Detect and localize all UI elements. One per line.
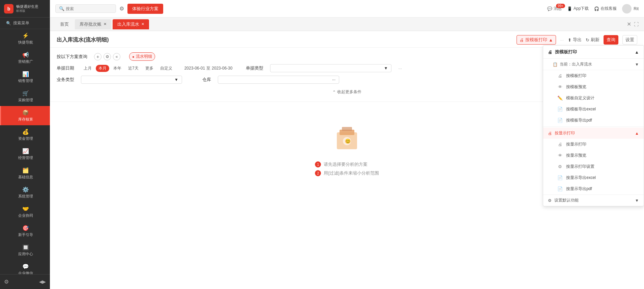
dropdown-item-export-pdf-template[interactable]: 📄 按模板导出pdf <box>543 115 644 126</box>
tab-inout-flow[interactable]: 出入库流水 ✕ <box>113 19 149 29</box>
pdf-icon: 📄 <box>557 186 563 191</box>
topbar-search-box[interactable]: 🔍 <box>55 4 116 13</box>
sidebar-collapse-icon[interactable]: ◀▶ <box>39 279 46 284</box>
search-input[interactable] <box>66 6 110 11</box>
dropdown-divider <box>543 127 644 127</box>
tab-inout-close-icon[interactable]: ✕ <box>141 22 144 26</box>
operations-icon: 📈 <box>22 148 29 154</box>
app-name: 畅捷通好生意 <box>16 4 38 9</box>
edit-icon: ✏️ <box>557 96 563 101</box>
sidebar-item-label: 快捷导航 <box>18 40 33 45</box>
dropdown-item-export-excel-template[interactable]: 📄 按模板导出excel <box>543 104 644 115</box>
topbar-left: 🔍 ⚙ 体验行业方案 <box>55 4 163 14</box>
tabs-expand-icon[interactable]: ⛶ <box>634 22 639 27</box>
biz-type-label: 业务类型 <box>57 77 74 83</box>
dropdown-item-custom-template[interactable]: ✏️ 模板自定义设计 <box>543 93 644 104</box>
settings-button[interactable]: 设置 <box>622 35 637 45</box>
warehouse-select[interactable]: ··· <box>218 76 339 84</box>
chevron-down-icon: ▼ <box>635 198 639 203</box>
chevron-down-icon: ▼ <box>384 66 388 71</box>
preview-icon: 👁 <box>557 153 563 158</box>
sidebar-item-collab[interactable]: 🤝 企业协同 <box>0 202 50 221</box>
avatar <box>622 4 632 14</box>
sidebar-item-quick-nav[interactable]: ⚡ 快捷导航 <box>0 29 50 48</box>
dropdown-section-display[interactable]: 🖨 按显示打印 ▲ <box>543 128 644 139</box>
sidebar-bottom: ⚙ ◀▶ <box>0 274 50 289</box>
svg-text:😊: 😊 <box>345 138 351 144</box>
filter-add-button[interactable]: + <box>94 53 101 60</box>
date-to: 2023-06-30 <box>212 66 232 71</box>
tab-batch-account[interactable]: 库存批次账 ✕ <box>75 19 111 29</box>
dropdown-panel: 🖨 按模板打印 ▲ 📋 当前：出入库流水 ▼ 🖨 按模板打印 👁 按模板预览 <box>543 45 644 206</box>
dropdown-header[interactable]: 🖨 按模板打印 ▲ <box>543 46 644 59</box>
app-name-block: 畅捷通好生意 标准版 <box>16 4 38 13</box>
user-area[interactable]: Rit <box>622 4 639 14</box>
trial-button[interactable]: 体验行业方案 <box>127 4 163 14</box>
topbar-gear-icon[interactable]: ⚙ <box>119 5 124 12</box>
dropdown-item-export-pdf-display[interactable]: 📄 按显示导出pdf <box>543 183 644 194</box>
sidebar-item-label: 经营管理 <box>18 155 33 160</box>
sidebar-item-sales[interactable]: 📊 销售管理 <box>0 68 50 87</box>
sidebar-search[interactable]: 🔍 搜索菜单 <box>0 18 50 29</box>
filter-tag-icon: ● <box>132 55 135 59</box>
sidebar-item-system[interactable]: ⚙️ 系统管理 <box>0 183 50 202</box>
tabs-close-all-icon[interactable]: ✕ <box>627 21 631 27</box>
collapse-button[interactable]: ⌃ 收起更多条件 <box>327 87 367 97</box>
section-display-label: 按显示打印 <box>555 130 575 136</box>
filter-collapse-icon[interactable]: « <box>113 53 120 60</box>
date-opt-last-month[interactable]: 上月 <box>81 65 94 72</box>
tab-batch-close-icon[interactable]: ✕ <box>104 22 107 26</box>
dropdown-footer[interactable]: ⚙ 设置默认功能 ▼ <box>543 194 644 206</box>
sidebar-item-purchase[interactable]: 🛒 采购管理 <box>0 87 50 106</box>
refresh-button[interactable]: ↻ 刷新 <box>586 37 599 43</box>
sidebar-item-label: 库存核算 <box>18 117 33 122</box>
biz-type-select[interactable]: ▼ <box>81 76 182 84</box>
online-service-link[interactable]: 🎧 在线客服 <box>594 6 617 11</box>
app-download-link[interactable]: 📱 App下载 <box>567 6 589 11</box>
date-opt-this-year[interactable]: 本年 <box>111 65 124 72</box>
sidebar: b 畅捷通好生意 标准版 🔍 搜索菜单 ⚡ 快捷导航 📢 营销推广 📊 销售管理… <box>0 0 50 289</box>
excel-icon: 📄 <box>557 107 563 112</box>
tab-home[interactable]: 首页 <box>55 19 74 29</box>
sidebar-item-apps[interactable]: 🔲 应用中心 <box>0 241 50 260</box>
sidebar-item-marketing[interactable]: 📢 营销推广 <box>0 48 50 68</box>
type-field-select[interactable]: ▼ <box>270 64 391 72</box>
sidebar-item-guide[interactable]: 🎯 新手引导 <box>0 221 50 241</box>
dropdown-current[interactable]: 📋 当前：出入库流水 ▼ <box>543 59 644 70</box>
step-2-number: 2 <box>315 170 321 176</box>
date-opt-custom[interactable]: 自定义 <box>157 65 175 72</box>
tab-batch-label: 库存批次账 <box>80 21 101 27</box>
export-button[interactable]: ⬆ 导出 <box>568 37 582 43</box>
sidebar-settings-icon[interactable]: ⚙ <box>4 279 9 285</box>
type-field-more-icon[interactable]: ··· <box>398 66 402 71</box>
actions-divider: ··· <box>560 37 564 43</box>
topbar: 🔍 ⚙ 体验行业方案 💬 消息 99+ 📱 App下载 🎧 在线客服 R <box>50 0 644 18</box>
dropdown-item-export-excel-display[interactable]: 📄 按显示导出excel <box>543 172 644 183</box>
dropdown-item-print-settings-display[interactable]: ⚙ 按显示打印设置 <box>543 161 644 172</box>
date-opt-this-month[interactable]: 本月 <box>96 65 109 72</box>
sidebar-item-wechat[interactable]: 💬 企业微信 <box>0 260 50 274</box>
item-label: 按模板导出pdf <box>566 117 592 123</box>
dropdown-item-print-template[interactable]: 🖨 按模板打印 <box>543 70 644 81</box>
dropdown-item-preview-template[interactable]: 👁 按模板预览 <box>543 81 644 93</box>
item-label: 按显示打印 <box>566 141 586 147</box>
message-badge[interactable]: 💬 消息 99+ <box>547 6 562 11</box>
sidebar-item-inventory[interactable]: 📦 库存核算 <box>0 106 50 125</box>
date-opt-more[interactable]: 更多 <box>143 65 156 72</box>
pdf-icon: 📄 <box>557 118 563 123</box>
filter-tag-detail[interactable]: ● 流水明细 <box>129 52 155 61</box>
date-opt-7days[interactable]: 近7天 <box>125 65 141 72</box>
query-button[interactable]: 查询 <box>604 35 618 45</box>
printer-icon: 🖨 <box>548 50 552 55</box>
print-template-button[interactable]: 🖨 按模板打印 ▲ <box>517 35 556 45</box>
dropdown-item-print-display[interactable]: 🖨 按显示打印 <box>543 139 644 150</box>
dropdown-item-preview-display[interactable]: 👁 按显示预览 <box>543 150 644 161</box>
chevron-down-icon: ▼ <box>635 62 639 67</box>
filter-settings-icon[interactable]: ⚙ <box>104 53 111 60</box>
sidebar-item-finance[interactable]: 💰 资金管理 <box>0 125 50 144</box>
app-download-label: App下载 <box>574 6 589 11</box>
sidebar-item-basic[interactable]: 🗂️ 基础信息 <box>0 164 50 183</box>
sidebar-item-label: 采购管理 <box>18 98 33 103</box>
purchase-icon: 🛒 <box>22 90 29 97</box>
sidebar-item-operations[interactable]: 📈 经营管理 <box>0 144 50 164</box>
